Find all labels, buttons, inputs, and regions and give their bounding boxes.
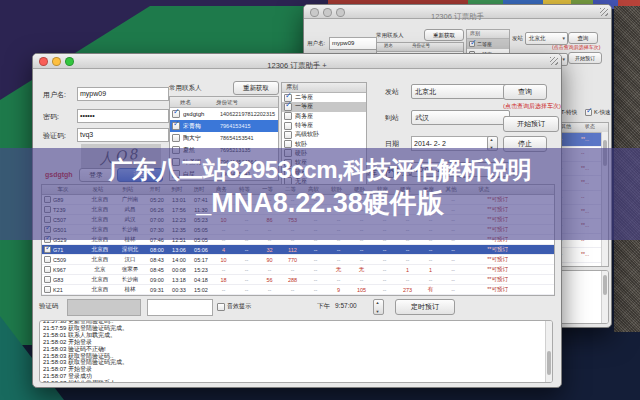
contacts-label: 常用联系人 bbox=[376, 32, 404, 39]
seat-option[interactable]: 商务座 bbox=[282, 112, 366, 121]
cell: -- bbox=[442, 277, 464, 283]
to-label: 到站 bbox=[385, 113, 399, 123]
close-icon[interactable] bbox=[39, 57, 48, 66]
cell: -- bbox=[373, 267, 396, 273]
cell: 18 bbox=[212, 277, 235, 283]
seat-option[interactable]: 二等座 bbox=[467, 39, 509, 49]
cell: -- bbox=[212, 267, 235, 273]
captcha-input-bottom[interactable] bbox=[147, 299, 213, 316]
checkbox[interactable] bbox=[44, 256, 51, 263]
log-line: 21:57:59 获取登陆验证码完成。 bbox=[43, 325, 552, 332]
checkbox[interactable] bbox=[284, 140, 292, 148]
checkbox[interactable] bbox=[469, 41, 475, 47]
cell: -- bbox=[442, 257, 464, 263]
log-panel[interactable]: 21:57:38 更新登陆验证码..21:57:59 获取登陆验证码完成。21:… bbox=[39, 320, 553, 383]
close-icon[interactable] bbox=[310, 8, 319, 17]
seat-label: 二等座 bbox=[477, 41, 492, 47]
cell: 08:45 bbox=[146, 267, 168, 273]
cell: -- bbox=[258, 267, 281, 273]
username-field[interactable]: mypw09 bbox=[77, 87, 169, 101]
checkbox[interactable] bbox=[172, 110, 180, 118]
cell: 09:00 bbox=[146, 277, 168, 283]
checkbox[interactable] bbox=[44, 246, 51, 253]
seat-option[interactable]: 特等座 bbox=[282, 121, 366, 130]
zoom-icon[interactable] bbox=[65, 57, 74, 66]
username-label: 用户名: bbox=[43, 90, 66, 100]
query-button[interactable]: 查询 bbox=[568, 32, 598, 44]
sound-checkbox[interactable]: 音效提示 bbox=[217, 302, 251, 311]
desktop: 12306 订票助手 用户名: mypw09 密码: •••••• 常用联系人 … bbox=[0, 0, 640, 400]
train-row[interactable]: K967北京张家界08:4500:0815:23----------无无--11… bbox=[42, 265, 554, 275]
checkbox[interactable] bbox=[284, 112, 292, 120]
checkbox[interactable] bbox=[172, 122, 180, 130]
contact-id: 140622197812202315 bbox=[220, 111, 278, 117]
password-field[interactable]: •••••• bbox=[77, 109, 169, 123]
cell: 05:17 bbox=[190, 257, 212, 263]
train-row[interactable]: G71北京西深圳北08:0013:0605:064--32112--------… bbox=[42, 245, 554, 255]
column-header: 其他 bbox=[561, 123, 571, 129]
resize-grip-icon[interactable] bbox=[600, 8, 608, 16]
scrollbar[interactable] bbox=[601, 271, 608, 323]
from-select[interactable]: 北京北 bbox=[411, 84, 510, 99]
refresh-contacts-button[interactable]: 重新获取 bbox=[424, 29, 464, 41]
seat-option[interactable]: 一等座 bbox=[282, 102, 366, 111]
checkbox[interactable] bbox=[217, 303, 225, 311]
cell: 15:23 bbox=[190, 267, 212, 273]
checkbox[interactable] bbox=[284, 131, 292, 139]
username-field[interactable]: mypw09 bbox=[329, 37, 377, 50]
cell: -- bbox=[442, 247, 464, 253]
contact-row[interactable]: 陶大宁78654153541 bbox=[170, 132, 278, 144]
minimize-icon[interactable] bbox=[52, 57, 61, 66]
minimize-icon[interactable] bbox=[323, 8, 332, 17]
book-button[interactable]: 开始预订 bbox=[503, 116, 559, 132]
timer-time-stepper[interactable] bbox=[373, 299, 384, 315]
cell: -- bbox=[304, 277, 327, 283]
checkbox[interactable] bbox=[44, 286, 51, 293]
seat-option[interactable]: 高级软卧 bbox=[282, 130, 366, 139]
refresh-contacts-button[interactable]: 重新获取 bbox=[233, 81, 279, 95]
zoom-icon[interactable] bbox=[336, 8, 345, 17]
train-row[interactable]: C509北京西汉口08:4314:0005:1710--90770-------… bbox=[42, 255, 554, 265]
scrollbar-thumb[interactable] bbox=[547, 351, 551, 375]
contact-row[interactable]: gsdgtgh140622197812202315 bbox=[170, 108, 278, 120]
timer-book-button[interactable]: 定时预订 bbox=[395, 299, 455, 315]
checkbox[interactable] bbox=[585, 109, 592, 116]
scrollbar[interactable] bbox=[545, 321, 552, 382]
checkbox[interactable] bbox=[44, 266, 51, 273]
cell: -- bbox=[396, 257, 419, 263]
cell: -- bbox=[235, 287, 258, 293]
query-button[interactable]: 查询 bbox=[503, 84, 547, 100]
book-button[interactable]: 开始预订 bbox=[568, 52, 602, 64]
cell: -- bbox=[327, 277, 350, 283]
cell: 张家界 bbox=[114, 266, 146, 273]
filter-label: T-特快 bbox=[561, 109, 577, 116]
cell: 05:06 bbox=[190, 247, 212, 253]
train-row[interactable]: G83北京西长沙南09:0013:1804:1818--56288-------… bbox=[42, 275, 554, 285]
checkbox[interactable] bbox=[44, 276, 51, 283]
cell: 08:00 bbox=[146, 247, 168, 253]
cell: -- bbox=[373, 277, 396, 283]
titlebar[interactable]: 12306 订票助手 bbox=[304, 5, 611, 19]
log-line: 21:58:03 获取登陆验证码完成。 bbox=[43, 359, 552, 366]
cell: 北京西 bbox=[86, 276, 114, 283]
captcha-image-bottom[interactable] bbox=[67, 299, 141, 316]
cell: -- bbox=[396, 247, 419, 253]
checkbox[interactable] bbox=[284, 103, 292, 111]
seat-option[interactable]: 二等座 bbox=[282, 93, 366, 102]
cell: 1 bbox=[419, 267, 442, 273]
train-row[interactable]: K21北京西桂林09:3100:3315:02----------9105--2… bbox=[42, 285, 554, 295]
checkbox[interactable] bbox=[172, 134, 180, 142]
train-row[interactable]: C511北京西汉口09:3214:5205:2031--118628------… bbox=[42, 295, 554, 296]
cell: 9 bbox=[327, 287, 350, 293]
scrollbar-thumb[interactable] bbox=[603, 275, 607, 295]
captcha-field[interactable]: tvq3 bbox=[77, 128, 169, 142]
cell: **可预订 bbox=[464, 276, 508, 283]
resize-grip-icon[interactable] bbox=[550, 57, 558, 65]
cell: 有 bbox=[419, 286, 442, 293]
to-select[interactable]: 武汉 bbox=[411, 110, 510, 125]
cell: -- bbox=[419, 277, 442, 283]
filter-checkbox[interactable]: K-快速 bbox=[585, 109, 611, 116]
titlebar[interactable]: 12306 订票助手 + bbox=[33, 54, 561, 69]
checkbox[interactable] bbox=[284, 122, 292, 130]
contact-row[interactable]: 宋青梅7964153415 bbox=[170, 120, 278, 132]
